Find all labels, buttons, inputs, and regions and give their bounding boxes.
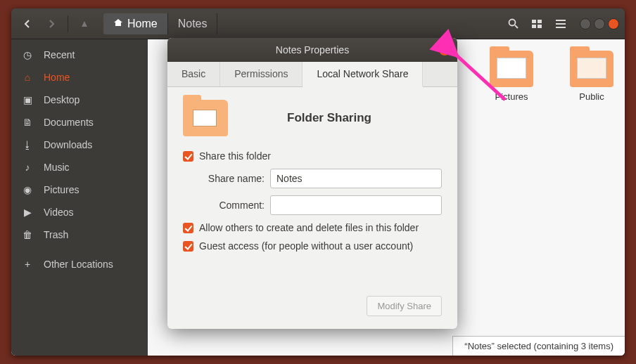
share-name-label: Share name: [200,173,265,184]
sidebar-item-trash[interactable]: 🗑Trash [11,223,148,246]
svg-line-2 [515,25,518,28]
tab-permissions[interactable]: Permissions [220,62,303,86]
clock-icon: ◷ [21,49,34,60]
guest-access-label: Guest access (for people without a user … [199,240,413,252]
breadcrumb-notes[interactable]: Notes [168,13,218,34]
allow-write-checkbox[interactable] [183,223,193,233]
toolbar: Home Notes [11,8,625,39]
home-icon: ⌂ [21,72,34,83]
sidebar-item-label: Home [44,72,70,83]
download-icon: ⭳ [21,139,34,150]
sidebar-item-label: Pictures [44,184,80,195]
sidebar-item-other-locations[interactable]: +Other Locations [11,253,148,275]
statusbar: “Notes” selected (containing 3 items) [452,336,625,356]
svg-marker-0 [82,21,87,27]
dialog-title: Notes Properties [276,44,349,56]
svg-point-1 [509,20,515,26]
video-icon: ▶ [21,207,34,218]
music-icon: ♪ [21,162,34,173]
dialog-tabs: Basic Permissions Local Network Share [167,62,457,87]
sidebar-item-documents[interactable]: 🗎Documents [11,111,148,134]
view-mode-button[interactable] [526,13,547,34]
sidebar-item-music[interactable]: ♪Music [11,156,148,178]
sidebar-item-label: Videos [44,207,74,218]
sidebar-item-label: Recent [44,49,75,60]
trash-icon: 🗑 [21,229,34,240]
dialog-titlebar[interactable]: Notes Properties [167,38,457,62]
tab-basic[interactable]: Basic [167,62,220,86]
path-button[interactable] [74,13,95,34]
comment-label: Comment: [200,200,265,211]
folder-share-icon [183,100,228,136]
sidebar-item-label: Trash [44,229,68,240]
sidebar-item-label: Documents [44,117,94,128]
folder-label: Pictures [484,91,539,102]
sidebar-item-label: Downloads [44,139,92,150]
search-button[interactable] [502,13,523,34]
sidebar-item-home[interactable]: ⌂Home [11,66,148,89]
window-close-button[interactable] [608,18,619,30]
properties-dialog: Notes Properties Basic Permissions Local… [167,38,457,329]
sidebar-item-label: Other Locations [44,259,113,270]
forward-button[interactable] [41,13,62,34]
sidebar-item-pictures[interactable]: ◉Pictures [11,178,148,201]
sidebar-item-videos[interactable]: ▶Videos [11,201,148,223]
sidebar-item-label: Desktop [44,94,80,105]
svg-rect-6 [538,25,542,28]
breadcrumb-home[interactable]: Home [103,13,168,34]
plus-icon: + [21,259,34,270]
minimize-button[interactable] [580,18,591,30]
breadcrumb: Home Notes [103,13,217,34]
window-controls [580,18,619,30]
svg-rect-5 [532,25,536,28]
folder-icon: ▣ [21,94,34,105]
folder-item[interactable]: Pictures [484,51,539,102]
folder-label: Public [564,91,619,102]
share-name-input[interactable] [270,169,442,188]
sidebar-item-recent[interactable]: ◷Recent [11,44,148,66]
sidebar: ◷Recent ⌂Home ▣Desktop 🗎Documents ⭳Downl… [11,39,148,356]
hamburger-menu[interactable] [550,13,571,34]
breadcrumb-notes-label: Notes [178,18,208,30]
back-button[interactable] [17,13,38,34]
dialog-heading: Folder Sharing [245,111,442,125]
dialog-close-button[interactable] [439,44,450,56]
guest-access-checkbox[interactable] [183,241,193,252]
tab-local-network-share[interactable]: Local Network Share [303,62,423,87]
camera-icon: ◉ [21,184,34,195]
breadcrumb-home-label: Home [127,18,158,30]
comment-input[interactable] [270,195,442,215]
share-this-folder-checkbox[interactable] [183,151,193,162]
sidebar-item-downloads[interactable]: ⭳Downloads [11,134,148,156]
document-icon: 🗎 [21,117,34,128]
maximize-button[interactable] [594,18,605,30]
home-icon [113,18,123,30]
svg-rect-4 [538,20,542,23]
modify-share-button[interactable]: Modify Share [367,296,442,316]
share-this-folder-label: Share this folder [199,150,271,162]
allow-write-label: Allow others to create and delete files … [199,222,419,233]
folder-item[interactable]: Public [564,51,619,102]
sidebar-item-label: Music [44,162,70,173]
svg-rect-3 [532,20,536,23]
sidebar-item-desktop[interactable]: ▣Desktop [11,89,148,111]
